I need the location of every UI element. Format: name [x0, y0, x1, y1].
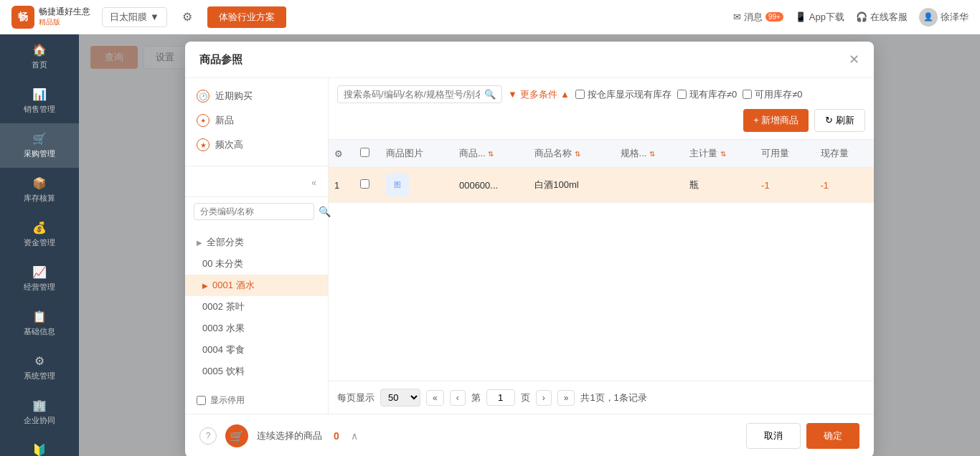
col-spec[interactable]: 规格... ⇅: [615, 140, 684, 168]
category-item-0001[interactable]: ▶0001 酒水: [185, 275, 328, 296]
recent-purchases-item[interactable]: 🕐 近期购买: [185, 84, 328, 108]
sidebar-icon-purchase: 🛒: [32, 132, 47, 146]
category-arrow-all: ▶: [197, 239, 202, 247]
sidebar-item-system[interactable]: ⚙系统管理: [0, 346, 79, 390]
prev-page-button[interactable]: ‹: [450, 390, 466, 406]
category-item-0002[interactable]: 0002 茶叶: [185, 296, 328, 318]
table-row[interactable]: 1 图 000600... 白酒100ml 瓶 -1 -1: [329, 168, 874, 203]
show-disabled-checkbox[interactable]: [197, 396, 206, 405]
sidebar-item-purchase[interactable]: 🛒采购管理: [0, 123, 79, 168]
frequent-label: 频次高: [215, 138, 243, 151]
next-page-button[interactable]: ›: [536, 390, 552, 406]
user-item[interactable]: 👤 徐泽华: [919, 8, 969, 27]
sidebar-item-guide[interactable]: 🔰新手引导: [0, 434, 79, 456]
cart-count: 0: [334, 430, 339, 442]
nav-selector[interactable]: 日太阳膜 ▼: [102, 7, 167, 27]
help-icon[interactable]: ?: [199, 427, 217, 445]
nav-right: ✉ 消息 99+ 📱 App下载 🎧 在线客服 👤 徐泽华: [733, 8, 969, 27]
select-all-checkbox[interactable]: [360, 148, 369, 157]
left-nav-items: 🕐 近期购买 ✦ 新品 ★ 频次高: [185, 78, 328, 163]
support-item[interactable]: 🎧 在线客服: [856, 11, 908, 24]
row-checkbox-cell[interactable]: [354, 168, 380, 203]
category-item-0008[interactable]: 0008 水: [185, 382, 328, 387]
sidebar-items: 🏠首页📊销售管理🛒采购管理📦库存核算💰资金管理📈经营管理📋基础信息⚙系统管理🏢企…: [0, 34, 79, 456]
row-index: 1: [329, 168, 354, 203]
col-name[interactable]: 商品名称 ⇅: [529, 140, 614, 168]
page-label: 第: [471, 391, 481, 404]
category-search-area: 🔍: [185, 196, 328, 226]
top-nav: 畅 畅捷通好生意 精品版 日太阳膜 ▼ ⚙ 体验行业方案 ✉ 消息 99+ 📱 …: [0, 0, 980, 34]
sidebar-label-sales: 销售管理: [24, 104, 55, 115]
col-image: 商品图片: [380, 140, 453, 168]
left-panel: 🕐 近期购买 ✦ 新品 ★ 频次高: [185, 78, 329, 414]
sidebar-icon-basic: 📋: [32, 310, 47, 323]
col-code[interactable]: 商品... ⇅: [453, 140, 529, 168]
by-warehouse-checkbox[interactable]: [575, 90, 585, 99]
available-stock-checkbox[interactable]: [743, 90, 752, 99]
headset-icon: 🎧: [856, 11, 867, 22]
logo-area: 畅 畅捷通好生意 精品版: [11, 6, 90, 29]
app-download-item[interactable]: 📱 App下载: [795, 11, 844, 24]
add-product-button[interactable]: + 新增商品: [743, 109, 809, 132]
confirm-button[interactable]: 确定: [806, 423, 859, 449]
logo-badge: 精品版: [39, 17, 90, 27]
col-checkbox[interactable]: [354, 140, 380, 168]
row-checkbox[interactable]: [360, 179, 369, 189]
recent-icon: 🕐: [197, 90, 209, 103]
sidebar-item-enterprise[interactable]: 🏢企业协同: [0, 390, 79, 434]
new-products-item[interactable]: ✦ 新品: [185, 108, 328, 133]
trial-button[interactable]: 体验行业方案: [207, 6, 286, 28]
col-settings[interactable]: ⚙: [329, 140, 354, 168]
frequent-item[interactable]: ★ 频次高: [185, 133, 328, 157]
pagination-area: 每页显示 2050100 « ‹ 第 页 › » 共1页，1条记录: [329, 381, 874, 414]
cancel-button[interactable]: 取消: [746, 423, 801, 449]
cart-icon[interactable]: 🛒: [225, 424, 248, 447]
messages-item[interactable]: ✉ 消息 99+: [733, 11, 783, 24]
sidebar-label-basic: 基础信息: [24, 326, 55, 337]
category-item-all[interactable]: ▶全部分类: [185, 232, 328, 253]
sidebar-label-enterprise: 企业协同: [24, 415, 55, 426]
footer-collapse-icon[interactable]: ∧: [351, 430, 358, 442]
page-unit: 页: [521, 391, 530, 404]
sidebar-icon-enterprise: 🏢: [32, 399, 47, 412]
product-search-box: 🔍: [337, 85, 502, 103]
filter-button[interactable]: ▼ 更多条件 ▲: [508, 88, 570, 101]
refresh-button[interactable]: ↻ 刷新: [814, 109, 865, 132]
product-search-icon[interactable]: 🔍: [484, 89, 496, 100]
per-page-select[interactable]: 2050100: [380, 389, 420, 407]
category-item-0004[interactable]: 0004 零食: [185, 339, 328, 361]
sidebar-item-operations[interactable]: 📈经营管理: [0, 257, 79, 301]
sidebar-icon-guide: 🔰: [32, 443, 47, 456]
sidebar-item-inventory[interactable]: 📦库存核算: [0, 168, 79, 212]
sidebar-item-basic[interactable]: 📋基础信息: [0, 301, 79, 346]
avatar: 👤: [919, 8, 938, 27]
show-disabled-area: 显示停用: [185, 387, 328, 414]
first-page-button[interactable]: «: [426, 390, 444, 406]
last-page-button[interactable]: »: [557, 390, 575, 406]
support-label: 在线客服: [870, 11, 908, 24]
category-search-input[interactable]: [194, 203, 314, 220]
category-item-00[interactable]: 00 未分类: [185, 253, 328, 275]
category-item-0005[interactable]: 0005 饮料: [185, 361, 328, 382]
sidebar-item-home[interactable]: 🏠首页: [0, 34, 79, 79]
logo-text: 畅捷通好生意: [39, 6, 90, 18]
category-item-0003[interactable]: 0003 水果: [185, 318, 328, 339]
has-stock-checkbox[interactable]: [677, 90, 687, 99]
sidebar-icon-inventory: 📦: [32, 176, 47, 190]
app-download-label: App下载: [809, 11, 844, 24]
modal-close-button[interactable]: ✕: [849, 52, 859, 67]
logo-icon: 畅: [11, 6, 34, 29]
col-unit[interactable]: 主计量 ⇅: [684, 140, 755, 168]
sidebar-item-sales[interactable]: 📊销售管理: [0, 79, 79, 123]
message-badge: 99+: [765, 12, 783, 22]
recent-label: 近期购买: [215, 90, 253, 103]
row-available: -1: [755, 168, 814, 203]
product-search-input[interactable]: [344, 89, 480, 100]
page-input[interactable]: [486, 389, 515, 406]
sidebar-icon-finance: 💰: [32, 221, 47, 234]
collapse-button[interactable]: «: [306, 172, 322, 194]
nav-selector-arrow: ▼: [150, 11, 159, 22]
gear-button[interactable]: ⚙: [176, 6, 199, 29]
by-warehouse-checkbox-group: 按仓库显示现有库存: [575, 88, 672, 101]
sidebar-item-finance[interactable]: 💰资金管理: [0, 212, 79, 257]
